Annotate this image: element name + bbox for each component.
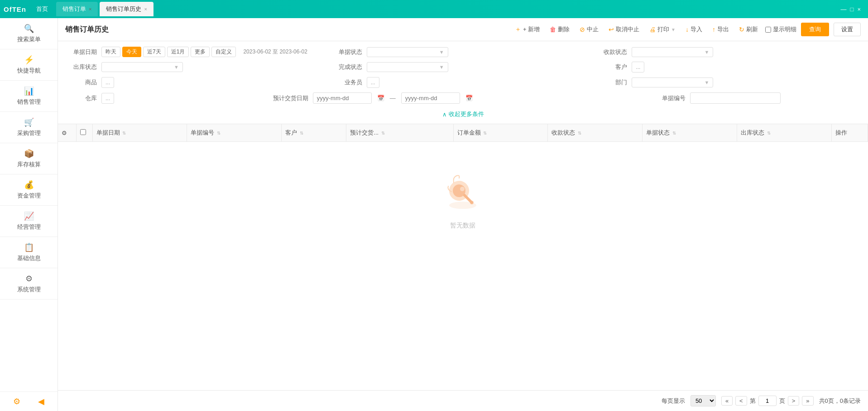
date-1month[interactable]: 近1月 bbox=[167, 47, 189, 57]
minimize-btn[interactable]: — bbox=[841, 6, 847, 13]
order-status-sort-icon[interactable]: ⇅ bbox=[672, 131, 676, 135]
print-chevron: ▼ bbox=[671, 27, 676, 32]
sidebar-item-finance[interactable]: 💰 资金管理 bbox=[0, 174, 58, 206]
sidebar-collapse-icon[interactable]: ◀ bbox=[38, 396, 44, 406]
query-button[interactable]: 查询 bbox=[801, 23, 829, 36]
th-settings[interactable]: ⚙ bbox=[58, 124, 76, 142]
sidebar-item-inventory[interactable]: 📦 库存核算 bbox=[0, 143, 58, 174]
cancel-stop-button[interactable]: ↩ 取消中止 bbox=[606, 24, 642, 35]
next-page-btn[interactable]: > bbox=[788, 396, 800, 406]
refresh-button[interactable]: ↻ 刷新 bbox=[736, 24, 761, 35]
collapse-row[interactable]: ∧ 收起更多条件 bbox=[65, 108, 861, 118]
customer-sort-icon[interactable]: ⇅ bbox=[300, 131, 303, 135]
first-page-btn[interactable]: « bbox=[721, 396, 733, 406]
delivery-date-from[interactable] bbox=[313, 92, 372, 104]
order-number-input[interactable] bbox=[690, 92, 781, 104]
salesperson-control: ... bbox=[367, 77, 596, 88]
page-size-select[interactable]: 50 20 100 bbox=[691, 395, 716, 406]
new-label: + 新增 bbox=[523, 25, 540, 34]
th-amount-label: 订单金额 bbox=[457, 129, 481, 136]
sidebar-item-quicknav[interactable]: ⚡ 快捷导航 bbox=[0, 49, 58, 81]
th-order-status[interactable]: 单据状态 ⇅ bbox=[643, 124, 737, 142]
page-label-pre: 第 bbox=[750, 397, 756, 405]
import-button[interactable]: ↓ 导入 bbox=[683, 24, 705, 35]
sidebar-item-search[interactable]: 🔍 搜索菜单 bbox=[0, 18, 58, 49]
purchase-icon: 🛒 bbox=[24, 117, 34, 127]
department-control: ▼ bbox=[632, 77, 861, 87]
th-order-num[interactable]: 单据编号 ⇅ bbox=[187, 124, 282, 142]
th-date[interactable]: 单据日期 ⇅ bbox=[92, 124, 187, 142]
status-select[interactable]: ▼ bbox=[367, 47, 448, 57]
th-delivery[interactable]: 预计交货... ⇅ bbox=[346, 124, 453, 142]
calendar-to-icon[interactable]: 📅 bbox=[465, 95, 473, 102]
delivery-sort-icon[interactable]: ⇅ bbox=[381, 131, 385, 135]
maximize-btn[interactable]: □ bbox=[850, 6, 854, 13]
tab-home[interactable]: 首页 bbox=[30, 2, 54, 16]
sidebar-settings-icon[interactable]: ⚙ bbox=[13, 396, 20, 406]
order-num-sort-icon[interactable]: ⇅ bbox=[217, 131, 221, 135]
settings-icon[interactable]: ⚙ bbox=[62, 130, 67, 136]
receipt-sort-icon[interactable]: ⇅ bbox=[578, 131, 581, 135]
delete-label: 删除 bbox=[558, 25, 570, 34]
th-checkbox[interactable] bbox=[76, 124, 92, 142]
table-area: ⚙ 单据日期 ⇅ 单据编号 ⇅ bbox=[58, 124, 868, 390]
amount-sort-icon[interactable]: ⇅ bbox=[483, 131, 487, 135]
customer-control: ... bbox=[632, 62, 861, 73]
date-more[interactable]: 更多 bbox=[191, 47, 210, 57]
th-order-status-label: 单据状态 bbox=[646, 129, 670, 136]
sidebar-item-operations[interactable]: 📈 经营管理 bbox=[0, 206, 58, 237]
tab-sales-order[interactable]: 销售订单 × bbox=[56, 2, 98, 16]
th-warehouse-status[interactable]: 出库状态 ⇅ bbox=[737, 124, 832, 142]
last-page-btn[interactable]: » bbox=[802, 396, 813, 406]
select-all-checkbox[interactable] bbox=[80, 129, 86, 135]
salesperson-label: 业务员 bbox=[331, 78, 367, 87]
date-today[interactable]: 今天 bbox=[122, 47, 141, 57]
warehouse-picker[interactable]: ... bbox=[101, 93, 114, 104]
th-customer[interactable]: 客户 ⇅ bbox=[282, 124, 346, 142]
department-label: 部门 bbox=[595, 78, 632, 87]
new-icon: ＋ bbox=[515, 25, 521, 34]
sidebar-item-purchase[interactable]: 🛒 采购管理 bbox=[0, 112, 58, 143]
sidebar-item-system[interactable]: ⚙ 系统管理 bbox=[0, 268, 58, 300]
department-select[interactable]: ▼ bbox=[632, 77, 713, 87]
th-receipt-status[interactable]: 收款状态 ⇅ bbox=[548, 124, 643, 142]
date-7days[interactable]: 近7天 bbox=[143, 47, 165, 57]
receipt-status-select[interactable]: ▼ bbox=[632, 47, 713, 57]
delete-button[interactable]: 🗑 删除 bbox=[547, 24, 572, 35]
order-number-label: 单据编号 bbox=[654, 94, 690, 102]
close-btn[interactable]: × bbox=[857, 6, 861, 13]
tab-sales-order-history[interactable]: 销售订单历史 × bbox=[100, 2, 153, 16]
th-amount[interactable]: 订单金额 ⇅ bbox=[453, 124, 548, 142]
tab-sales-order-close[interactable]: × bbox=[89, 6, 91, 12]
complete-status-select[interactable]: ▼ bbox=[367, 62, 448, 72]
date-custom[interactable]: 自定义 bbox=[211, 47, 236, 57]
inventory-icon: 📦 bbox=[24, 149, 34, 159]
display-columns-check[interactable]: 显示明细 bbox=[765, 25, 796, 34]
product-picker[interactable]: ... bbox=[101, 77, 114, 88]
refresh-label: 刷新 bbox=[746, 25, 758, 34]
print-button[interactable]: 🖨 打印 ▼ bbox=[647, 24, 678, 35]
tab-sales-order-history-close[interactable]: × bbox=[144, 6, 147, 12]
sidebar-system-label: 系统管理 bbox=[17, 285, 41, 294]
delivery-date-to[interactable] bbox=[401, 92, 460, 104]
new-button[interactable]: ＋ + 新增 bbox=[512, 24, 542, 35]
current-page-input[interactable] bbox=[758, 396, 777, 406]
salesperson-picker[interactable]: ... bbox=[367, 77, 379, 88]
th-delivery-label: 预计交货... bbox=[350, 129, 379, 136]
warehouse-status-select[interactable]: ▼ bbox=[101, 62, 183, 72]
export-button[interactable]: ↑ 导出 bbox=[710, 24, 732, 35]
settings-button[interactable]: 设置 bbox=[834, 23, 861, 36]
sidebar-item-sales[interactable]: 📊 销售管理 bbox=[0, 81, 58, 112]
calendar-from-icon[interactable]: 📅 bbox=[377, 95, 384, 102]
export-icon: ↑ bbox=[712, 26, 715, 33]
display-columns-checkbox[interactable] bbox=[765, 27, 771, 33]
warehouse-sort-icon[interactable]: ⇅ bbox=[767, 131, 771, 135]
customer-picker[interactable]: ... bbox=[632, 62, 644, 73]
department-chevron: ▼ bbox=[704, 80, 709, 85]
date-sort-icon[interactable]: ⇅ bbox=[122, 131, 126, 135]
page-nav: « < 第 页 > » bbox=[721, 396, 814, 406]
prev-page-btn[interactable]: < bbox=[735, 396, 747, 406]
date-yesterday[interactable]: 昨天 bbox=[101, 47, 120, 57]
stop-button[interactable]: ⊘ 中止 bbox=[577, 24, 601, 35]
sidebar-item-basic-info[interactable]: 📋 基础信息 bbox=[0, 237, 58, 268]
